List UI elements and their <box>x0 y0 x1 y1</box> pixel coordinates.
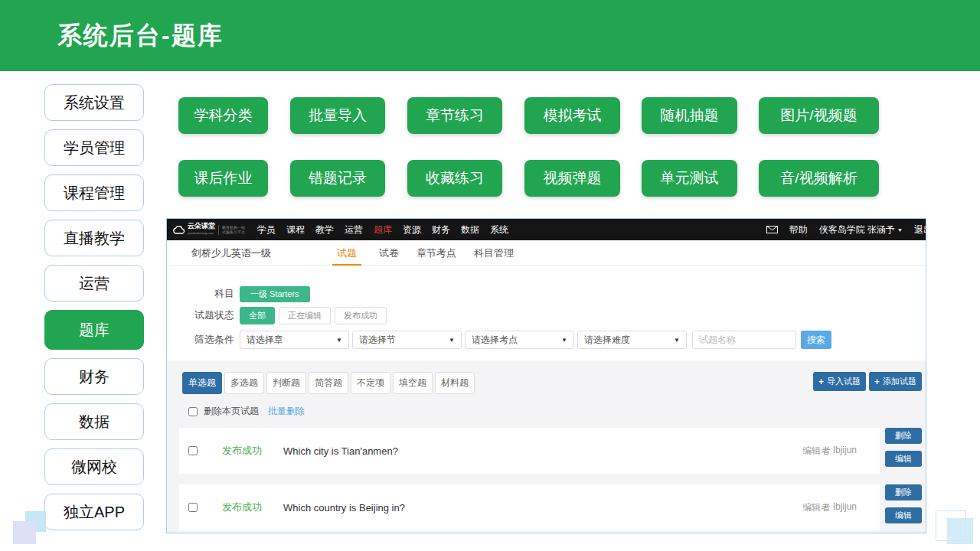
sidebar-item-student-management[interactable]: 学员管理 <box>44 129 144 166</box>
question-row: 发布成功 Which city is Tian'anmen? 编辑者 lbjij… <box>179 428 880 474</box>
delete-question-button[interactable]: 删除 <box>885 428 922 444</box>
course-title: 剑桥少儿英语一级 <box>191 240 271 266</box>
point-select[interactable]: 请选择考点 ▼ <box>465 331 574 349</box>
status-all-button[interactable]: 全部 <box>240 307 275 324</box>
nav-finance[interactable]: 财务 <box>432 223 450 236</box>
help-link[interactable]: 帮助 <box>789 223 808 236</box>
feature-mock-exam[interactable]: 模拟考试 <box>524 97 620 134</box>
question-status: 发布成功 <box>222 500 262 514</box>
sidebar-item-standalone-app[interactable]: 独立APP <box>44 494 144 530</box>
question-name-input[interactable] <box>692 331 796 349</box>
brand-logo: 云朵课堂 yunduoketang.com 教育机构一站 式服务云平台 <box>167 223 251 236</box>
decor-square <box>13 521 36 544</box>
feature-homework[interactable]: 课后作业 <box>178 160 268 197</box>
admin-tabbar: 剑桥少儿英语一级 试题 试卷 章节考点 科目管理 <box>167 240 926 266</box>
sidebar-item-micro-school[interactable]: 微网校 <box>44 448 144 485</box>
status-editing-button[interactable]: 正在编辑 <box>279 307 331 324</box>
mail-icon[interactable] <box>766 226 778 233</box>
question-editor: 编辑者 lbjijun <box>802 501 857 514</box>
feature-wrong-question-record[interactable]: 错题记录 <box>290 160 385 197</box>
import-questions-button[interactable]: + 导入试题 <box>813 372 866 391</box>
bulk-actions-row: 删除本页试题 批量删除 <box>188 405 305 418</box>
decor-square <box>947 518 973 544</box>
delete-question-button[interactable]: 删除 <box>885 484 922 500</box>
nav-operations[interactable]: 运营 <box>345 223 363 236</box>
account-name: 侠客岛学院 张涵予 <box>819 223 895 236</box>
feature-audio-video-analysis[interactable]: 音/视频解析 <box>759 160 879 197</box>
chapter-select[interactable]: 请选择章 ▼ <box>240 331 349 349</box>
status-label: 试题状态 <box>190 308 234 322</box>
type-indefinite[interactable]: 不定项 <box>351 372 390 394</box>
sidebar: 系统设置 学员管理 课程管理 直播教学 运营 题库 财务 数据 微网校 独立AP… <box>44 84 144 530</box>
type-single-choice[interactable]: 单选题 <box>182 372 222 394</box>
page-header: 系统后台-题库 <box>0 0 980 71</box>
feature-unit-test[interactable]: 单元测试 <box>642 160 737 197</box>
feature-batch-import[interactable]: 批量导入 <box>290 97 385 134</box>
nav-question-bank[interactable]: 题库 <box>374 223 392 236</box>
tab-subject-management[interactable]: 科目管理 <box>474 240 514 266</box>
type-multiple-choice[interactable]: 多选题 <box>224 372 264 394</box>
sidebar-item-data[interactable]: 数据 <box>44 403 144 440</box>
question-editor: 编辑者 lbjijun <box>802 445 857 458</box>
difficulty-select[interactable]: 请选择难度 ▼ <box>577 331 687 349</box>
type-material[interactable]: 材料题 <box>435 372 475 394</box>
cloud-logo-icon <box>173 226 185 234</box>
filter-row-conditions: 筛选条件 请选择章 ▼ 请选择节 ▼ 请选择考点 ▼ 请选择难度 ▼ 搜索 <box>167 331 831 349</box>
delete-page-label: 删除本页试题 <box>204 405 259 418</box>
add-question-button[interactable]: + 添加试题 <box>869 372 922 391</box>
nav-students[interactable]: 学员 <box>257 223 276 236</box>
admin-navbar: 云朵课堂 yunduoketang.com 教育机构一站 式服务云平台 学员 课… <box>167 219 926 240</box>
logout-link[interactable]: 退出 <box>914 223 926 236</box>
tab-chapter-points[interactable]: 章节考点 <box>416 240 456 266</box>
feature-grid: 学科分类 批量导入 章节练习 模拟考试 随机抽题 图片/视频题 课后作业 错题记… <box>178 97 890 197</box>
edit-question-button[interactable]: 编辑 <box>885 451 922 467</box>
type-true-false[interactable]: 判断题 <box>266 372 306 394</box>
status-published-button[interactable]: 发布成功 <box>335 307 387 324</box>
plus-icon: + <box>818 377 824 387</box>
sidebar-item-question-bank[interactable]: 题库 <box>44 310 144 350</box>
admin-nav-menu: 学员 课程 教学 运营 题库 资源 财务 数据 系统 <box>257 223 508 236</box>
nav-data[interactable]: 数据 <box>461 223 479 236</box>
nav-system[interactable]: 系统 <box>490 223 508 236</box>
question-checkbox[interactable] <box>188 446 198 455</box>
feature-video-popup-questions[interactable]: 视频弹题 <box>524 160 620 197</box>
question-row: 发布成功 Which country is Beijing in? 编辑者 lb… <box>179 484 880 530</box>
question-text: Which country is Beijing in? <box>283 502 405 514</box>
caret-down-icon: ▼ <box>336 337 342 344</box>
subject-tag[interactable]: 一级 Starters <box>240 286 310 302</box>
question-list-area: 单选题 多选题 判断题 简答题 不定项 填空题 材料题 + 导入试题 + 添加试… <box>167 360 926 533</box>
nav-teaching[interactable]: 教学 <box>315 223 334 236</box>
question-checkbox[interactable] <box>188 503 198 512</box>
feature-image-video-questions[interactable]: 图片/视频题 <box>759 97 879 134</box>
account-menu[interactable]: 侠客岛学院 张涵予 ▼ <box>819 223 903 236</box>
select-all-checkbox[interactable] <box>188 407 198 416</box>
edit-question-button[interactable]: 编辑 <box>885 507 922 523</box>
nav-courses[interactable]: 课程 <box>286 223 305 236</box>
question-text: Which city is Tian'anmen? <box>283 445 398 457</box>
filter-row-subject: 科目 一级 Starters <box>167 286 310 302</box>
sidebar-item-finance[interactable]: 财务 <box>44 358 144 395</box>
caret-down-icon: ▼ <box>449 337 455 344</box>
filter-row-status: 试题状态 全部 正在编辑 发布成功 <box>167 308 387 323</box>
nav-resources[interactable]: 资源 <box>403 223 421 236</box>
subject-label: 科目 <box>190 287 234 301</box>
batch-delete-link[interactable]: 批量删除 <box>268 405 305 418</box>
caret-down-icon: ▼ <box>674 337 680 344</box>
tab-papers[interactable]: 试卷 <box>379 240 399 266</box>
feature-random-selection[interactable]: 随机抽题 <box>642 97 737 134</box>
caret-down-icon: ▼ <box>561 337 567 344</box>
tab-questions[interactable]: 试题 <box>332 240 361 266</box>
sidebar-item-operations[interactable]: 运营 <box>44 265 144 302</box>
feature-subject-category[interactable]: 学科分类 <box>178 97 268 134</box>
search-button[interactable]: 搜索 <box>801 331 831 349</box>
feature-chapter-practice[interactable]: 章节练习 <box>407 97 502 134</box>
type-short-answer[interactable]: 简答题 <box>309 372 348 394</box>
condition-label: 筛选条件 <box>190 333 234 347</box>
logo-divider <box>218 225 219 235</box>
feature-favorites-practice[interactable]: 收藏练习 <box>407 160 502 197</box>
sidebar-item-system-settings[interactable]: 系统设置 <box>44 84 144 121</box>
sidebar-item-course-management[interactable]: 课程管理 <box>44 174 144 211</box>
type-fill-blank[interactable]: 填空题 <box>393 372 433 394</box>
section-select[interactable]: 请选择节 ▼ <box>352 331 462 349</box>
sidebar-item-live-teaching[interactable]: 直播教学 <box>44 220 144 256</box>
